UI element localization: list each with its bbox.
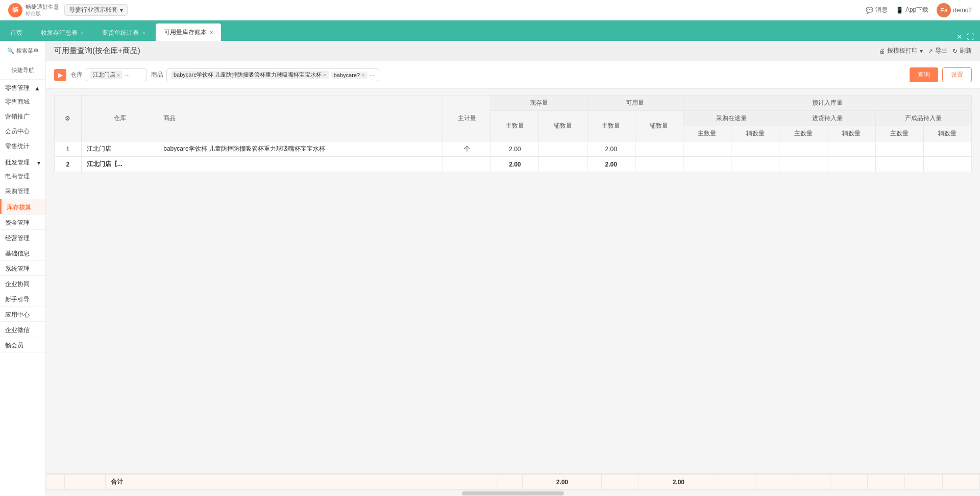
settings-col-header[interactable]: ⚙ <box>55 96 82 141</box>
query-button[interactable]: 查询 <box>910 67 938 82</box>
sidebar-section-newcomer-header[interactable]: 新手引导 <box>0 291 45 306</box>
sidebar-section-wholesale-title: 批发管理 <box>5 158 30 167</box>
tab-order-stats[interactable]: 要货单统计表 × <box>94 25 153 41</box>
sidebar-section-wechat-title: 企业微信 <box>5 326 30 335</box>
chevron-down-icon: ▾ <box>120 7 123 14</box>
sidebar-section-enterprise-title: 企业协同 <box>5 280 30 289</box>
refresh-label: 刷新 <box>960 46 972 55</box>
settings-button[interactable]: 设置 <box>942 67 972 82</box>
search-menu-button[interactable]: 🔍 搜索菜单 <box>4 45 41 57</box>
sidebar-item-ecommerce[interactable]: 电商管理 <box>0 169 45 184</box>
incoming-header: 进货待入量 <box>779 111 875 126</box>
tab-order-close[interactable]: × <box>142 30 145 36</box>
product-ellipsis[interactable]: ··· <box>370 72 375 79</box>
row-available-main-1: 2.00 <box>587 157 635 172</box>
row-current-main-0: 2.00 <box>491 141 539 157</box>
product-tag-1: babycare学饮杯 儿童防摔防撞吸管杯重力球吸嘴杯宝宝水杯 × <box>171 70 329 79</box>
sidebar-section-basic-header[interactable]: 基础信息 <box>0 245 45 260</box>
production-main-header: 主数量 <box>875 126 923 141</box>
app-download-label: App下载 <box>905 6 928 14</box>
sidebar-section-inventory-header[interactable]: 库存核算 <box>0 199 45 214</box>
sidebar-item-retail-stats[interactable]: 零售统计 <box>0 139 45 154</box>
sidebar-item-member[interactable]: 会员中心 <box>0 124 45 139</box>
tab-available-close[interactable]: × <box>210 29 213 35</box>
chevron-up-icon: ▲ <box>34 85 40 92</box>
row-incoming-main-0 <box>779 141 827 157</box>
sidebar-section-retail-title: 零售管理 <box>5 84 30 92</box>
row-incoming-main-1 <box>779 157 827 172</box>
sidebar: 🔍 搜索菜单 快捷导航 零售管理 ▲ 零售商城 营销推广 会员中心 零售统计 批… <box>0 41 46 496</box>
row-production-main-1 <box>875 157 923 172</box>
sidebar-section-finance: 资金管理 <box>0 215 45 230</box>
tab-available-stock[interactable]: 可用量库存账本 × <box>156 23 221 41</box>
filter-area: ▶ 仓库 江北门店 × ··· 商品 babycare学饮杯 儿童防摔防撞吸管杯… <box>46 61 980 89</box>
sidebar-section-system-header[interactable]: 系统管理 <box>0 261 45 275</box>
sidebar-section-enterprise-header[interactable]: 企业协同 <box>0 276 45 291</box>
tenant-selector[interactable]: 母婴行业演示账套 ▾ <box>64 4 128 16</box>
sidebar-section-vip-title: 畅会员 <box>5 341 23 350</box>
sidebar-item-purchase[interactable]: 采购管理 <box>0 184 45 199</box>
warehouse-filter-input[interactable]: 江北门店 × ··· <box>86 68 147 81</box>
export-label: 导出 <box>935 46 947 55</box>
sidebar-section-retail-header[interactable]: 零售管理 ▲ <box>0 80 45 95</box>
filter-action-buttons: 查询 设置 <box>910 67 972 82</box>
sidebar-item-marketing[interactable]: 营销推广 <box>0 109 45 124</box>
sidebar-item-retail-mall[interactable]: 零售商城 <box>0 95 45 109</box>
sidebar-section-finance-header[interactable]: 资金管理 <box>0 215 45 229</box>
row-warehouse-1: 江北门店【... <box>81 157 158 172</box>
refresh-button[interactable]: ↻ 刷新 <box>952 46 972 55</box>
tab-available-label: 可用量库存账本 <box>164 28 207 37</box>
maximize-icon[interactable]: ⛶ <box>967 33 974 41</box>
warehouse-tag-close[interactable]: × <box>117 72 120 78</box>
warehouse-filter-label: 仓库 <box>70 70 83 79</box>
product-tag-1-value: babycare学饮杯 儿童防摔防撞吸管杯重力球吸嘴杯宝宝水杯 <box>174 71 322 79</box>
purchase-sub-header: 辅数量 <box>731 126 779 141</box>
close-window-icon[interactable]: ✕ <box>957 33 963 41</box>
summary-available-sub <box>718 475 755 490</box>
tab-home[interactable]: 首页 <box>2 25 31 41</box>
current-main-qty-header: 主数量 <box>491 111 539 141</box>
export-button[interactable]: ↗ 导出 <box>928 46 947 55</box>
filter-toggle-button[interactable]: ▶ <box>54 69 66 81</box>
purchase-transit-header: 采购在途量 <box>683 111 779 126</box>
warehouse-ellipsis[interactable]: ··· <box>125 72 130 79</box>
table-settings-icon[interactable]: ⚙ <box>65 115 70 122</box>
user-profile[interactable]: Ea demo2 <box>937 3 972 17</box>
product-filter-label: 商品 <box>151 70 163 79</box>
avatar-text: Ea <box>941 7 947 13</box>
row-production-sub-1 <box>923 157 971 172</box>
sidebar-section-operations-header[interactable]: 经营管理 <box>0 230 45 245</box>
row-num-0: 1 <box>55 141 82 157</box>
header-actions: 🖨 按模板打印 ▾ ↗ 导出 ↻ 刷新 <box>879 46 972 55</box>
sidebar-item-quick-nav[interactable]: 快捷导航 <box>0 63 45 77</box>
sidebar-section-vip: 畅会员 <box>0 337 45 352</box>
sidebar-section-appcenter-header[interactable]: 应用中心 <box>0 306 45 321</box>
current-stock-header: 现存量 <box>491 96 587 111</box>
print-button[interactable]: 🖨 按模板打印 ▾ <box>879 46 923 55</box>
product-filter-input[interactable]: babycare学饮杯 儿童防摔防撞吸管杯重力球吸嘴杯宝宝水杯 × babyca… <box>166 68 379 81</box>
unit-col-header: 主计量 <box>443 96 491 141</box>
row-purchase-main-1 <box>683 157 731 172</box>
tab-income-close[interactable]: × <box>81 30 84 36</box>
sidebar-section-wechat-header[interactable]: 企业微信 <box>0 322 45 337</box>
row-purchase-sub-0 <box>731 141 779 157</box>
sidebar-section-wholesale-header[interactable]: 批发管理 ▾ <box>0 154 45 169</box>
message-button[interactable]: 💬 消息 <box>866 6 888 14</box>
top-bar-left: 畅 畅捷通好生意 标准版 母婴行业演示账套 ▾ <box>8 3 128 17</box>
row-purchase-main-0 <box>683 141 731 157</box>
warehouse-filter-field: 仓库 江北门店 × ··· <box>70 68 147 81</box>
tab-income-summary[interactable]: 收发存汇总表 × <box>33 25 92 41</box>
page-title: 可用量查询(按仓库+商品) <box>54 46 140 56</box>
product-tag-2-close[interactable]: × <box>361 72 364 78</box>
search-menu-label: 搜索菜单 <box>16 47 39 55</box>
sidebar-section-newcomer-title: 新手引导 <box>5 295 30 304</box>
scroll-thumb[interactable] <box>462 491 564 495</box>
incoming-main-header: 主数量 <box>779 126 827 141</box>
app-download-button[interactable]: 📱 App下载 <box>896 6 928 14</box>
product-tag-1-close[interactable]: × <box>323 72 326 78</box>
summary-purchase-main <box>755 475 793 490</box>
tenant-name: 母婴行业演示账套 <box>69 6 118 14</box>
sidebar-section-vip-header[interactable]: 畅会员 <box>0 337 45 352</box>
sidebar-section-basic: 基础信息 <box>0 245 45 261</box>
available-main-qty-header: 主数量 <box>587 111 635 141</box>
